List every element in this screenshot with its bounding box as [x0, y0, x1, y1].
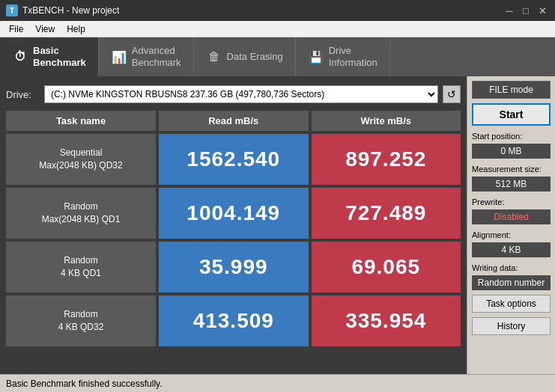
maximize-button[interactable]: □: [519, 4, 533, 17]
data-erasing-icon: 🗑: [206, 49, 222, 65]
prewrite-label: Prewrite:: [472, 197, 551, 206]
drive-select[interactable]: (C:) NVMe KINGSTON RBUSNS8 237.36 GB (49…: [44, 85, 438, 103]
status-text: Basic Benchmark finished successfully.: [6, 379, 163, 389]
row-write-random-4kb-qd32: 335.954: [312, 295, 461, 346]
title-bar-left: T TxBENCH - New project: [6, 4, 119, 16]
alignment-value: 4 KB: [472, 242, 551, 257]
table-header: Task name Read mB/s Write mB/s: [6, 111, 461, 131]
row-label-random-qd1-large: Random Max(2048 KB) QD1: [6, 188, 156, 239]
content-area: Drive: (C:) NVMe KINGSTON RBUSNS8 237.36…: [0, 76, 467, 374]
alignment-label: Alignment:: [472, 230, 551, 239]
benchmark-table: Task name Read mB/s Write mB/s Sequentia…: [6, 111, 461, 368]
tab-drive-label1: Drive: [329, 45, 377, 57]
tab-data-erasing[interactable]: 🗑 Data Erasing: [194, 37, 296, 76]
title-bar: T TxBENCH - New project ─ □ ✕: [0, 0, 555, 21]
row-write-random-qd1-large: 727.489: [312, 188, 461, 239]
measurement-size-value: 512 MB: [472, 177, 551, 192]
main-area: Drive: (C:) NVMe KINGSTON RBUSNS8 237.36…: [0, 76, 555, 374]
col-header-read: Read mB/s: [159, 111, 309, 131]
tab-bar: ⏱ Basic Benchmark 📊 Advanced Benchmark 🗑…: [0, 37, 555, 76]
task-options-button[interactable]: Task options: [472, 295, 551, 313]
table-row: Random 4 KB QD32 413.509 335.954: [6, 295, 461, 346]
row-label-random-4kb-qd1: Random 4 KB QD1: [6, 242, 156, 293]
table-row: Random Max(2048 KB) QD1 1004.149 727.489: [6, 188, 461, 239]
advanced-benchmark-icon: 📊: [111, 49, 127, 65]
menu-help[interactable]: Help: [61, 22, 91, 36]
writing-data-label: Writing data:: [472, 263, 551, 272]
tab-advanced-label2: Benchmark: [132, 57, 181, 69]
drive-row: Drive: (C:) NVMe KINGSTON RBUSNS8 237.36…: [6, 82, 461, 106]
minimize-button[interactable]: ─: [503, 4, 516, 17]
writing-data-value: Random number: [472, 275, 551, 290]
row-write-random-4kb-qd1: 69.065: [312, 242, 461, 293]
history-button[interactable]: History: [472, 317, 551, 335]
row-label-sequential: Sequential Max(2048 KB) QD32: [6, 134, 156, 185]
start-position-label: Start position:: [472, 132, 551, 141]
col-header-write: Write mB/s: [312, 111, 461, 131]
tab-basic-label1: Basic: [33, 45, 86, 57]
tab-advanced-label1: Advanced: [132, 45, 181, 57]
drive-information-icon: 💾: [308, 49, 324, 65]
drive-label: Drive:: [6, 89, 40, 100]
row-read-random-4kb-qd32: 413.509: [159, 295, 309, 346]
row-read-random-qd1-large: 1004.149: [159, 188, 309, 239]
file-mode-button[interactable]: FILE mode: [472, 81, 551, 99]
basic-benchmark-icon: ⏱: [12, 49, 28, 65]
row-read-random-4kb-qd1: 35.999: [159, 242, 309, 293]
tab-basic-label2: Benchmark: [33, 57, 86, 69]
drive-refresh-button[interactable]: ↺: [443, 85, 461, 103]
row-write-sequential: 897.252: [312, 134, 461, 185]
row-read-sequential: 1562.540: [159, 134, 309, 185]
window-title: TxBENCH - New project: [22, 5, 119, 16]
tab-drive-information[interactable]: 💾 Drive Information: [296, 37, 390, 76]
tab-drive-label2: Information: [329, 57, 377, 69]
measurement-size-label: Measurement size:: [472, 165, 551, 174]
status-bar: Basic Benchmark finished successfully.: [0, 374, 555, 392]
window-controls: ─ □ ✕: [503, 4, 549, 17]
start-button[interactable]: Start: [472, 103, 551, 126]
prewrite-value: Disabled: [472, 209, 551, 224]
row-label-random-4kb-qd32: Random 4 KB QD32: [6, 295, 156, 346]
table-row: Sequential Max(2048 KB) QD32 1562.540 89…: [6, 134, 461, 185]
close-button[interactable]: ✕: [536, 4, 549, 17]
tab-erase-label1: Data Erasing: [227, 51, 283, 63]
menu-view[interactable]: View: [29, 22, 61, 36]
right-panel: FILE mode Start Start position: 0 MB Mea…: [467, 76, 555, 374]
app-icon: T: [6, 4, 18, 16]
menu-file[interactable]: File: [3, 22, 29, 36]
start-position-value: 0 MB: [472, 144, 551, 159]
table-row: Random 4 KB QD1 35.999 69.065: [6, 242, 461, 293]
menu-bar: File View Help: [0, 21, 555, 37]
tab-advanced-benchmark[interactable]: 📊 Advanced Benchmark: [99, 37, 194, 76]
col-header-task: Task name: [6, 111, 156, 131]
tab-basic-benchmark[interactable]: ⏱ Basic Benchmark: [0, 37, 99, 76]
